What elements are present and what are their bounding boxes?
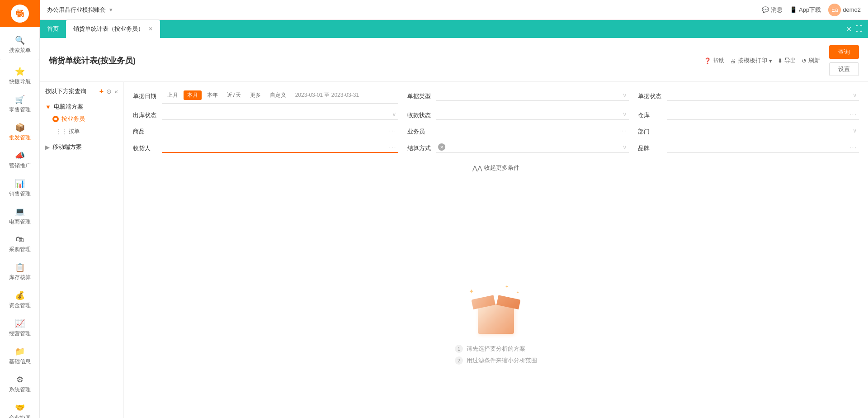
doc-type-label: 单据类型 xyxy=(407,92,433,100)
scheme-add-icon[interactable]: + xyxy=(99,87,104,95)
app-download-button[interactable]: 📱 App下载 xyxy=(790,6,821,14)
sidebar-item-label: 经营管理 xyxy=(9,330,31,337)
date-tab-more[interactable]: 更多 xyxy=(246,90,264,100)
sidebar-item-label: 搜索菜单 xyxy=(9,47,31,54)
filter-field-staff: 业务员 ··· xyxy=(407,127,628,136)
scheme-collapse-icon[interactable]: « xyxy=(114,88,118,95)
sidebar-item-wholesale[interactable]: 📦 批发管理 xyxy=(0,118,39,146)
tab-sales-stat-label: 销货单统计表（按业务员） xyxy=(73,25,144,33)
print-button[interactable]: 🖨 按模板打印 ▾ xyxy=(730,57,772,65)
hint-text-2: 用过滤条件来缩小分析范围 xyxy=(467,356,537,365)
breadcrumb-text: 办公用品行业模拟账套 xyxy=(47,6,106,14)
refresh-label: 刷新 xyxy=(808,57,820,65)
window-close-icon[interactable]: ✕ xyxy=(846,25,852,33)
sidebar-item-label: 营销推广 xyxy=(9,162,31,170)
filter-field-warehouse: 仓库 ··· xyxy=(638,111,859,120)
filter-field-receiver: 收货人 ··· xyxy=(133,143,398,153)
sidebar-item-retail[interactable]: 🛒 零售管理 xyxy=(0,90,39,118)
user-profile[interactable]: Ea demo2 xyxy=(828,4,861,16)
scheme-group-pc: ▼ 电脑端方案 按业务员 ⋮⋮ 按单 xyxy=(40,99,123,139)
filter-form: 单据日期 上月 本月 本年 近7天 更多 自定义 xyxy=(124,82,868,230)
sidebar-item-label: 资金管理 xyxy=(9,302,31,309)
warehouse-dots: ··· xyxy=(849,111,857,118)
out-status-dropdown[interactable]: ∨ xyxy=(162,111,398,120)
dept-dropdown[interactable]: ∨ xyxy=(667,127,859,136)
sidebar-item-finance[interactable]: 💰 资金管理 xyxy=(0,286,39,314)
goods-label: 商品 xyxy=(133,128,158,136)
refresh-button[interactable]: ↺ 刷新 xyxy=(802,57,820,65)
sidebar-item-label: 电商管理 xyxy=(9,218,31,226)
goods-input[interactable]: ··· xyxy=(162,127,398,136)
scheme-item-by-order[interactable]: ⋮⋮ 按单 xyxy=(40,125,123,138)
main-area: 办公用品行业模拟账套 ▾ 💬 消息 📱 App下载 Ea demo2 首页 销货… xyxy=(40,0,868,418)
sidebar-item-sales[interactable]: 📊 销售管理 xyxy=(0,174,39,202)
tab-sales-stat[interactable]: 销货单统计表（按业务员） ✕ xyxy=(66,20,160,38)
collect-status-dropdown[interactable]: ∨ xyxy=(436,111,628,120)
filter-row-4: 收货人 ··· 结算方式 ✕ ∨ xyxy=(133,143,859,153)
sidebar-item-basic[interactable]: 📁 基础信息 xyxy=(0,342,39,370)
finance-icon: 💰 xyxy=(15,290,25,300)
date-tab-this-month[interactable]: 本月 xyxy=(184,90,202,100)
scheme-settings-icon[interactable]: ⊙ xyxy=(106,88,112,95)
message-button[interactable]: 💬 消息 xyxy=(762,6,783,14)
query-button[interactable]: 查询 xyxy=(829,45,859,59)
doc-status-dropdown[interactable]: ∨ xyxy=(667,92,859,101)
staff-input[interactable]: ··· xyxy=(436,127,628,136)
scheme-group-pc-title[interactable]: ▼ 电脑端方案 xyxy=(40,101,123,113)
sidebar-item-label: 快捷导航 xyxy=(9,78,31,86)
help-button[interactable]: ❓ 帮助 xyxy=(704,57,725,65)
sidebar-item-label: 基础信息 xyxy=(9,358,31,366)
sidebar-item-purchase[interactable]: 🛍 采购管理 xyxy=(0,230,39,258)
scheme-item-by-staff[interactable]: 按业务员 xyxy=(40,113,123,125)
refresh-icon: ↺ xyxy=(802,57,807,64)
tab-close-icon[interactable]: ✕ xyxy=(148,26,153,32)
breadcrumb-dropdown-icon[interactable]: ▾ xyxy=(109,6,113,13)
window-maximize-icon[interactable]: ⛶ xyxy=(855,25,863,33)
operations-icon: 📈 xyxy=(15,318,25,328)
scheme-group-pc-label: 电脑端方案 xyxy=(54,103,83,111)
export-button[interactable]: ⬇ 导出 xyxy=(778,57,796,65)
doc-type-dropdown[interactable]: ∨ xyxy=(436,92,628,101)
sidebar-item-system[interactable]: ⚙ 系统管理 xyxy=(0,370,39,398)
collect-status-label: 收款状态 xyxy=(407,111,433,119)
brand-input[interactable]: ··· xyxy=(667,144,859,153)
print-dropdown-icon: ▾ xyxy=(769,57,772,64)
payment-input[interactable]: ✕ ∨ xyxy=(436,143,628,153)
scheme-group-mobile-title[interactable]: ▶ 移动端方案 xyxy=(40,141,123,153)
warehouse-input[interactable]: ··· xyxy=(667,111,859,120)
brand-dots: ··· xyxy=(849,144,857,151)
dept-label: 部门 xyxy=(638,128,663,136)
filter-field-doc-type: 单据类型 ∨ xyxy=(407,92,628,101)
filter-row-3: 商品 ··· 业务员 ··· xyxy=(133,127,859,136)
system-icon: ⚙ xyxy=(16,375,24,385)
date-tab-last-month[interactable]: 上月 xyxy=(164,90,182,100)
sidebar-item-ecommerce[interactable]: 💻 电商管理 xyxy=(0,202,39,230)
sidebar-item-corp[interactable]: 🤝 企业协同 xyxy=(0,398,39,418)
date-input-wrapper[interactable]: 上月 本月 本年 近7天 更多 自定义 2023-03-01 至 2023-03… xyxy=(162,89,398,104)
sidebar-item-search[interactable]: 🔍 搜索菜单 xyxy=(0,31,39,60)
export-label: 导出 xyxy=(784,57,796,65)
date-tab-7days[interactable]: 近7天 xyxy=(223,90,245,100)
message-icon: 💬 xyxy=(762,6,769,13)
date-tab-custom[interactable]: 自定义 xyxy=(266,90,290,100)
sidebar-item-inventory[interactable]: 📋 库存核算 xyxy=(0,258,39,286)
payment-tag-close[interactable]: ✕ xyxy=(438,143,445,151)
sidebar-item-label: 系统管理 xyxy=(9,386,31,394)
ecommerce-icon: 💻 xyxy=(15,207,25,217)
sidebar-item-marketing[interactable]: 📣 营销推广 xyxy=(0,146,39,174)
wholesale-icon: 📦 xyxy=(15,123,25,133)
sales-icon: 📊 xyxy=(15,179,25,189)
content-area: 销货单统计表(按业务员) ❓ 帮助 🖨 按模板打印 ▾ ⬇ 导出 xyxy=(40,38,868,418)
sidebar-item-operations[interactable]: 📈 经营管理 xyxy=(0,314,39,342)
doc-type-chevron: ∨ xyxy=(623,92,627,99)
receiver-input[interactable]: ··· xyxy=(162,143,398,153)
date-tab-this-year[interactable]: 本年 xyxy=(203,90,222,100)
receiver-label: 收货人 xyxy=(133,144,158,152)
collapse-button[interactable]: ⋀⋀ 收起更多条件 xyxy=(472,160,519,176)
app-logo: 畅 xyxy=(0,0,40,27)
sidebar-item-quick-nav[interactable]: ⭐ 快捷导航 xyxy=(0,62,39,90)
warehouse-label: 仓库 xyxy=(638,111,663,119)
tab-home[interactable]: 首页 xyxy=(40,20,66,38)
settings-button[interactable]: 设置 xyxy=(829,62,859,76)
sidebar-item-label: 零售管理 xyxy=(9,106,31,114)
